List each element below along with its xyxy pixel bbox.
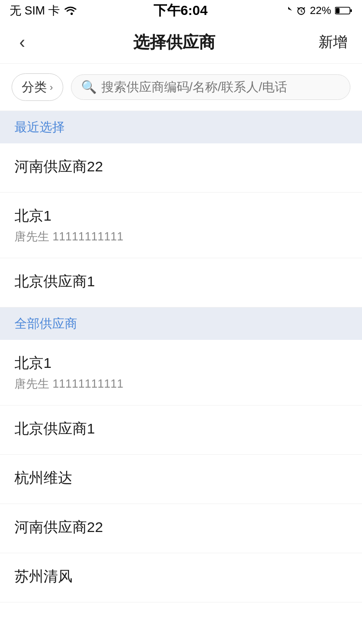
battery-percent: 22%: [310, 4, 331, 17]
status-time: 下午6:04: [153, 1, 208, 20]
recent-section-header: 最近选择: [0, 111, 362, 143]
all-list: 北京1唐先生 11111111111北京供应商1杭州维达河南供应商22苏州清风: [0, 340, 362, 602]
add-button[interactable]: 新增: [319, 32, 348, 52]
item-name: 北京供应商1: [14, 419, 348, 439]
search-box: 🔍: [71, 74, 350, 100]
filter-bar: 分类 › 🔍: [0, 64, 362, 111]
list-item[interactable]: 北京1唐先生 11111111111: [0, 193, 362, 258]
battery-icon: [335, 6, 352, 15]
sim-label: 无 SIM 卡: [10, 3, 60, 18]
search-input[interactable]: [101, 80, 340, 95]
item-sub: 唐先生 11111111111: [14, 229, 348, 244]
svg-rect-3: [350, 9, 352, 12]
location-icon: [284, 6, 292, 15]
item-name: 苏州清风: [14, 567, 348, 587]
page-title: 选择供应商: [133, 31, 215, 54]
list-item[interactable]: 苏州清风: [0, 553, 362, 602]
status-right: 22%: [284, 4, 352, 17]
list-item[interactable]: 杭州维达: [0, 455, 362, 504]
list-item[interactable]: 北京1唐先生 11111111111: [0, 340, 362, 406]
status-left: 无 SIM 卡: [10, 3, 77, 18]
category-label: 分类: [22, 79, 47, 96]
alarm-icon: [296, 6, 306, 15]
item-name: 北京供应商1: [14, 272, 348, 292]
wifi-icon: [64, 6, 77, 15]
list-item[interactable]: 河南供应商22: [0, 143, 362, 193]
item-sub: 唐先生 11111111111: [14, 376, 348, 392]
item-name: 河南供应商22: [14, 518, 348, 537]
chevron-right-icon: ›: [50, 82, 53, 93]
all-section-header: 全部供应商: [0, 308, 362, 340]
list-item[interactable]: 北京供应商1: [0, 406, 362, 455]
svg-rect-2: [335, 8, 339, 14]
item-name: 河南供应商22: [14, 157, 348, 177]
search-icon: 🔍: [81, 80, 97, 95]
recent-list: 河南供应商22北京1唐先生 11111111111北京供应商1: [0, 143, 362, 308]
nav-bar: ‹ 选择供应商 新增: [0, 21, 362, 64]
category-button[interactable]: 分类 ›: [12, 73, 63, 101]
back-button[interactable]: ‹: [14, 28, 30, 57]
list-item[interactable]: 河南供应商22: [0, 504, 362, 553]
item-name: 杭州维达: [14, 468, 348, 488]
list-item[interactable]: 北京供应商1: [0, 258, 362, 308]
item-name: 北京1: [14, 353, 348, 373]
status-bar: 无 SIM 卡 下午6:04 22%: [0, 0, 362, 21]
item-name: 北京1: [14, 206, 348, 226]
